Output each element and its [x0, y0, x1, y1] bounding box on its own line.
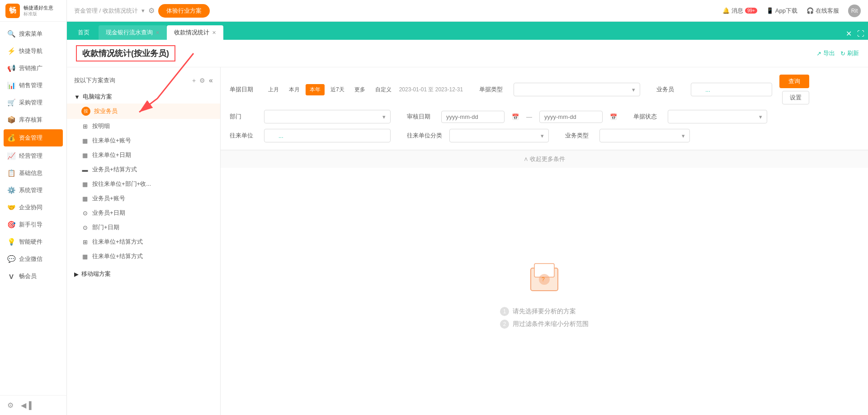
filter-row-2: 部门 ▾ 审核日期 📅 — 📅 单据状态 ▾ [230, 110, 859, 123]
plan-item-dept-date[interactable]: ⊙ 部门+日期 [67, 220, 220, 235]
empty-steps-text: 1 请先选择要分析的方案 2 用过滤条件来缩小分析范围 [500, 307, 589, 332]
page-header: 收款情况统计(按业务员) ↗ 导出 ↻ 刷新 [67, 40, 868, 67]
panel-header: 按以下方案查询 + ⚙ « [67, 73, 220, 88]
filter-section: 单据日期 上月 本月 本年 近7天 更多 自定义 2023-01-01 至 20… [221, 67, 868, 150]
export-btn[interactable]: ↗ 导出 [816, 49, 835, 57]
plan-item-by-detail[interactable]: ⊞ 按明细 [67, 119, 220, 133]
close-bank-flow-icon[interactable]: ✕ [156, 30, 160, 36]
user-avatar[interactable]: Rit [848, 5, 861, 17]
sidebar-item-operations[interactable]: 📈 经营管理 [0, 147, 66, 165]
sidebar-item-sales[interactable]: 📊 销售管理 [0, 77, 66, 94]
refresh-btn[interactable]: ↻ 刷新 [840, 49, 859, 57]
shortcut-custom[interactable]: 自定义 [371, 84, 396, 95]
shortcut-7days[interactable]: 近7天 [326, 84, 349, 95]
chat-icon: 💬 [7, 255, 15, 263]
empty-illustration: ? [522, 255, 567, 300]
sidebar-item-vip[interactable]: V 畅会员 [0, 268, 66, 285]
review-date-to[interactable] [539, 111, 603, 123]
salesperson-select[interactable]: ... [691, 83, 772, 96]
collapse-sidebar-icon[interactable]: ◀▐ [21, 401, 31, 410]
maximize-icon[interactable]: ⛶ [857, 30, 864, 38]
sidebar-item-inventory[interactable]: 📦 库存核算 [0, 111, 66, 128]
left-panel: 按以下方案查询 + ⚙ « ▼ 电脑端方案 按 按业务员 ⊞ 按明细 [67, 67, 221, 415]
shortcut-more[interactable]: 更多 [350, 84, 369, 95]
calendar-icon-to[interactable]: 📅 [610, 113, 617, 120]
tab-bank-flow[interactable]: 现金银行流水查询 ✕ [99, 25, 167, 40]
desktop-section-toggle[interactable]: ▼ 电脑端方案 [67, 90, 220, 104]
plan-item-counterpart-settlement-1[interactable]: ⊞ 往来单位+结算方式 [67, 235, 220, 249]
calendar-icon-from[interactable]: 📅 [512, 113, 519, 120]
voucher-type-label: 单据类型 [479, 85, 506, 94]
plan-item-salesperson-date[interactable]: ⊙ 业务员+日期 [67, 206, 220, 220]
bulb-icon: 💡 [7, 238, 15, 246]
sidebar-item-guide[interactable]: 🎯 新手引导 [0, 216, 66, 233]
online-service-btn[interactable]: 🎧 在线客服 [807, 7, 839, 15]
table-icon-1: ▦ [81, 137, 89, 144]
plan-item-salesperson-account[interactable]: ▦ 业务员+账号 [67, 191, 220, 206]
tab-collection-stats[interactable]: 收款情况统计 ✕ [167, 25, 223, 40]
mobile-section: ▶ 移动端方案 [67, 265, 220, 283]
sidebar-item-marketing[interactable]: 📢 营销推广 [0, 60, 66, 77]
mobile-section-toggle[interactable]: ▶ 移动端方案 [67, 267, 220, 281]
department-select[interactable]: ▾ [264, 110, 391, 123]
table-icon-3: ▦ [81, 180, 89, 188]
sidebar-item-quick-nav[interactable]: ⚡ 快捷导航 [0, 42, 66, 60]
logo-text: 畅捷通好生意 标准版 [24, 5, 53, 17]
header-gear-icon[interactable]: ⚙ [148, 6, 155, 15]
expand-mobile-icon: ▶ [74, 271, 79, 278]
sidebar-item-wechat[interactable]: 💬 企业微信 [0, 250, 66, 268]
tab-home[interactable]: 首页 [71, 25, 97, 40]
megaphone-icon: 📢 [7, 64, 15, 72]
plan-item-counterpart-account[interactable]: ▦ 往来单位+账号 [67, 133, 220, 148]
close-collection-stats-icon[interactable]: ✕ [212, 30, 216, 36]
right-panel: 单据日期 上月 本月 本年 近7天 更多 自定义 2023-01-01 至 20… [221, 67, 868, 415]
shortcut-last-month[interactable]: 上月 [264, 84, 283, 95]
sidebar-item-search-menu[interactable]: 🔍 搜索菜单 [0, 25, 66, 42]
shortcut-this-year[interactable]: 本年 [306, 84, 325, 95]
status-select[interactable]: ▾ [668, 110, 767, 123]
plan-item-salesperson-settlement[interactable]: ▬ 业务员+结算方式 [67, 162, 220, 177]
add-plan-btn[interactable]: + [192, 77, 196, 84]
active-plan-icon: 按 [81, 107, 90, 116]
business-type-arrow-icon: ▾ [682, 132, 685, 139]
settings-bottom-icon[interactable]: ⚙ [7, 401, 14, 410]
counterpart-select[interactable]: ... [264, 129, 391, 142]
voucher-type-select[interactable]: ▾ [514, 83, 640, 96]
table-icon-2: ▦ [81, 151, 89, 159]
tabs-bar: 首页 现金银行流水查询 ✕ 收款情况统计 ✕ ✕ ⛶ [67, 22, 868, 40]
shortcut-this-month[interactable]: 本月 [285, 84, 304, 95]
sidebar-item-basic-info[interactable]: 📋 基础信息 [0, 165, 66, 182]
plan-item-counterpart-settlement-2[interactable]: ▦ 往来单位+结算方式 [67, 249, 220, 264]
query-btn[interactable]: 查询 [779, 75, 809, 88]
counterpart-more-icon[interactable]: ... [278, 132, 283, 139]
breadcrumb: 资金管理 / 收款情况统计 [74, 7, 138, 15]
collapse-more-conditions[interactable]: ∧ 收起更多条件 [221, 150, 868, 168]
target-icon: 🎯 [7, 221, 15, 229]
message-btn[interactable]: 🔔 消息 99+ [722, 7, 757, 15]
counterpart-label: 往来单位 [230, 132, 257, 140]
cart-icon: 🛒 [7, 99, 15, 107]
page-actions: ↗ 导出 ↻ 刷新 [816, 49, 859, 57]
settings-btn[interactable]: 设置 [782, 91, 809, 104]
app-download-btn[interactable]: 📱 App下载 [766, 7, 797, 15]
sidebar-item-purchase[interactable]: 🛒 采购管理 [0, 94, 66, 111]
plan-item-counterpart-date[interactable]: ▦ 往来单位+日期 [67, 148, 220, 162]
search-icon: 🔍 [7, 30, 15, 38]
sidebar-item-hardware[interactable]: 💡 智能硬件 [0, 233, 66, 250]
counterpart-category-select[interactable]: ▾ [449, 129, 549, 142]
close-window-icon[interactable]: ✕ [846, 29, 852, 38]
plan-item-by-counterpart-dept[interactable]: ▦ 按往来单位+部门+收... [67, 177, 220, 191]
plan-item-by-salesperson[interactable]: 按 按业务员 [67, 104, 220, 119]
trial-btn[interactable]: 体验行业方案 [158, 4, 210, 18]
sidebar-item-finance[interactable]: 💰 资金管理 [4, 129, 63, 146]
review-date-from[interactable] [441, 111, 505, 123]
department-label: 部门 [230, 113, 257, 121]
collapse-panel-icon[interactable]: « [209, 76, 213, 85]
salesperson-more-icon[interactable]: ... [705, 86, 710, 93]
breadcrumb-dropdown-icon[interactable]: ▾ [142, 7, 145, 14]
date-shortcuts: 上月 本月 本年 近7天 更多 自定义 2023-01-01 至 2023-12… [264, 84, 463, 95]
sidebar-item-cooperation[interactable]: 🤝 企业协同 [0, 199, 66, 216]
sidebar-item-system[interactable]: ⚙️ 系统管理 [0, 182, 66, 199]
business-type-select[interactable]: ▾ [599, 129, 690, 142]
plan-settings-icon[interactable]: ⚙ [199, 77, 205, 84]
